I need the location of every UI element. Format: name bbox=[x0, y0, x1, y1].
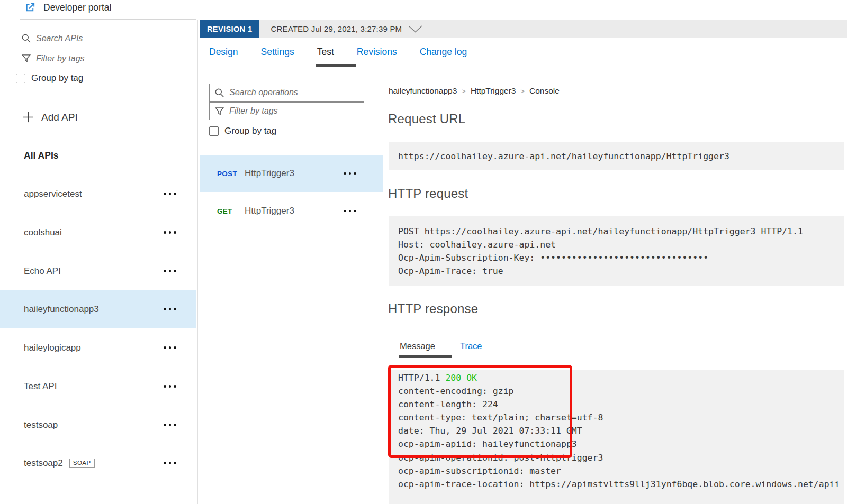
sidebar-item-testsoap[interactable]: testsoap bbox=[0, 406, 196, 444]
api-menu-button[interactable] bbox=[161, 305, 178, 314]
api-menu-button[interactable] bbox=[161, 267, 178, 276]
http-request-line: POST https://coolhailey.azure-api.net/ha… bbox=[398, 225, 844, 238]
api-menu-button[interactable] bbox=[161, 459, 178, 468]
sidebar-item-haileyfunctionapp3[interactable]: haileyfunctionapp3 bbox=[0, 290, 196, 328]
add-api-label: Add API bbox=[41, 112, 78, 123]
group-by-tag-row: Group by tag bbox=[16, 73, 83, 84]
response-tabs: Message Trace bbox=[400, 341, 482, 351]
api-label: Echo API bbox=[24, 266, 61, 277]
chevron-down-icon[interactable] bbox=[408, 25, 422, 33]
api-label: haileylogicapp bbox=[24, 343, 81, 353]
search-operations-input[interactable] bbox=[229, 88, 359, 97]
sidebar-item-haileylogicapp[interactable]: haileylogicapp bbox=[0, 328, 196, 367]
search-icon bbox=[21, 33, 31, 43]
add-api-button[interactable]: Add API bbox=[22, 111, 78, 123]
response-header-line: content-length: 224 bbox=[398, 398, 844, 411]
filter-tags-box bbox=[16, 50, 184, 67]
api-label: haileyfunctionapp3 bbox=[24, 304, 99, 315]
api-label: coolshuai bbox=[24, 227, 62, 238]
http-request-heading: HTTP request bbox=[388, 186, 468, 201]
operations-group-by-tag-row: Group by tag bbox=[209, 126, 276, 136]
console-divider bbox=[383, 106, 847, 106]
all-apis-heading: All APIs bbox=[24, 150, 58, 161]
tab-design[interactable]: Design bbox=[209, 47, 238, 58]
tab-trace[interactable]: Trace bbox=[460, 341, 482, 351]
group-by-tag-label: Group by tag bbox=[31, 73, 83, 84]
operation-name: HttpTrigger3 bbox=[245, 206, 294, 216]
sidebar-item-test-api[interactable]: Test API bbox=[0, 367, 196, 406]
sidebar-header-divider bbox=[20, 19, 196, 20]
sidebar-item-echo-api[interactable]: Echo API bbox=[0, 252, 196, 290]
tab-settings[interactable]: Settings bbox=[260, 47, 294, 58]
request-url-box: https://coolhailey.azure-api.net/haileyf… bbox=[389, 142, 844, 170]
operation-get-httptrigger3[interactable]: GET HttpTrigger3 bbox=[200, 193, 383, 230]
filter-tags-input[interactable] bbox=[36, 54, 179, 63]
search-icon bbox=[214, 88, 224, 98]
filter-icon bbox=[21, 53, 31, 63]
api-label: appservicetest bbox=[24, 189, 82, 199]
response-header-line: ocp-apim-operationid: post-httptrigger3 bbox=[398, 451, 844, 464]
http-response-heading: HTTP response bbox=[388, 301, 478, 316]
tab-change-log[interactable]: Change log bbox=[420, 47, 467, 58]
api-menu-button[interactable] bbox=[161, 420, 178, 429]
request-url-value: https://coolhailey.azure-api.net/haileyf… bbox=[398, 151, 729, 161]
response-header-line: ocp-apim-subscriptionid: master bbox=[398, 464, 844, 478]
breadcrumb-operation[interactable]: HttpTrigger3 bbox=[471, 86, 516, 96]
breadcrumb: haileyfunctionapp3 > HttpTrigger3 > Cons… bbox=[389, 86, 560, 96]
api-label: testsoap bbox=[24, 420, 58, 430]
operation-menu-button[interactable] bbox=[341, 169, 358, 178]
search-apis-box bbox=[16, 30, 184, 47]
api-menu-button[interactable] bbox=[161, 382, 178, 391]
api-menu-button[interactable] bbox=[161, 343, 178, 352]
response-status-code: 200 OK bbox=[445, 373, 477, 383]
sidebar-item-coolshuai[interactable]: coolshuai bbox=[0, 213, 196, 252]
sidebar-item-testsoap2[interactable]: testsoap2 SOAP bbox=[0, 444, 196, 482]
search-apis-input[interactable] bbox=[36, 34, 179, 43]
search-operations-box bbox=[209, 84, 364, 102]
operations-console-divider bbox=[383, 67, 383, 504]
developer-portal-label: Developer portal bbox=[43, 2, 111, 13]
response-header-line: date: Thu, 29 Jul 2021 07:33:11 GMT bbox=[398, 424, 844, 437]
api-label: testsoap2 bbox=[24, 458, 63, 469]
tab-message[interactable]: Message bbox=[400, 341, 435, 351]
http-request-box: POST https://coolhailey.azure-api.net/ha… bbox=[389, 216, 844, 286]
operations-group-by-tag-label: Group by tag bbox=[224, 126, 276, 136]
developer-portal-link[interactable]: Developer portal bbox=[24, 2, 111, 14]
tabs-divider bbox=[200, 67, 847, 67]
response-status-prefix: HTTP/1.1 bbox=[398, 373, 445, 383]
response-status-line: HTTP/1.1 200 OK bbox=[398, 371, 844, 384]
response-header-line: ocp-apim-apiid: haileyfunctionapp3 bbox=[398, 437, 844, 451]
plus-icon bbox=[22, 111, 34, 123]
breadcrumb-separator: > bbox=[520, 87, 525, 95]
operation-post-httptrigger3[interactable]: POST HttpTrigger3 bbox=[200, 155, 383, 192]
response-header-line: content-encoding: gzip bbox=[398, 384, 844, 398]
tab-test[interactable]: Test bbox=[317, 47, 334, 58]
api-menu-button[interactable] bbox=[161, 228, 178, 237]
operations-filter-tags-box bbox=[209, 102, 364, 120]
operations-filter-tags-input[interactable] bbox=[229, 106, 359, 116]
operation-name: HttpTrigger3 bbox=[245, 168, 294, 179]
operations-group-by-tag-checkbox[interactable] bbox=[209, 126, 219, 136]
tab-revisions[interactable]: Revisions bbox=[357, 47, 397, 58]
api-tabs: Design Settings Test Revisions Change lo… bbox=[209, 47, 490, 58]
operation-menu-button[interactable] bbox=[341, 207, 358, 216]
method-badge-post: POST bbox=[217, 170, 245, 178]
http-response-box: HTTP/1.1 200 OK content-encoding: gzip c… bbox=[389, 370, 844, 504]
http-request-line: Host: coolhailey.azure-api.net bbox=[398, 238, 844, 251]
breadcrumb-separator: > bbox=[462, 87, 466, 95]
sidebar-main-divider bbox=[197, 20, 198, 504]
response-header-line: content-type: text/plain; charset=utf-8 bbox=[398, 411, 844, 424]
revision-created-label: CREATED Jul 29, 2021, 3:27:39 PM bbox=[271, 24, 402, 33]
external-link-icon bbox=[24, 2, 36, 14]
group-by-tag-checkbox[interactable] bbox=[16, 74, 25, 83]
breadcrumb-api[interactable]: haileyfunctionapp3 bbox=[389, 86, 457, 96]
response-header-line: ocp-apim-trace-location: https://apimstv… bbox=[398, 478, 844, 491]
api-menu-button[interactable] bbox=[161, 189, 178, 198]
method-badge-get: GET bbox=[217, 207, 245, 215]
http-request-line: Ocp-Apim-Trace: true bbox=[398, 264, 844, 278]
message-tab-underline bbox=[399, 355, 452, 358]
request-url-heading: Request URL bbox=[388, 112, 465, 126]
sidebar-item-appservicetest[interactable]: appservicetest bbox=[0, 175, 196, 213]
revision-badge: REVISION 1 bbox=[200, 20, 259, 38]
filter-icon bbox=[214, 106, 224, 116]
